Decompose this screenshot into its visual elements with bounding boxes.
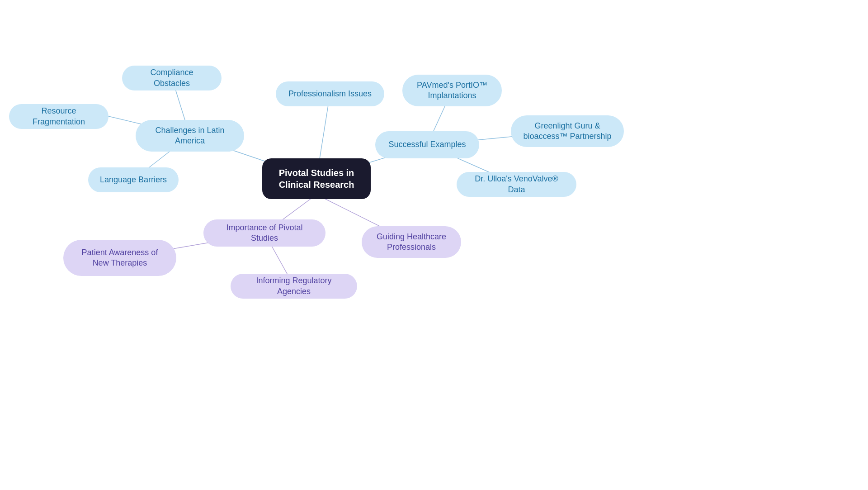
successful-node[interactable]: Successful Examples [375, 131, 479, 158]
guiding-node[interactable]: Guiding Healthcare Professionals [362, 226, 461, 258]
language-label: Language Barriers [100, 175, 167, 185]
pavmed-node[interactable]: PAVmed's PortIO™ Implantations [402, 75, 502, 106]
informing-node[interactable]: Informing Regulatory Agencies [231, 274, 357, 299]
professionalism-node[interactable]: Professionalism Issues [276, 81, 384, 106]
challenges-label: Challenges in Latin America [146, 125, 234, 147]
patient-label: Patient Awareness of New Therapies [73, 247, 166, 269]
importance-node[interactable]: Importance of Pivotal Studies [203, 219, 326, 247]
informing-label: Informing Regulatory Agencies [241, 276, 347, 297]
importance-label: Importance of Pivotal Studies [213, 223, 316, 244]
guiding-label: Guiding Healthcare Professionals [372, 232, 451, 253]
challenges-node[interactable]: Challenges in Latin America [136, 120, 244, 152]
patient-node[interactable]: Patient Awareness of New Therapies [63, 240, 176, 276]
greenlight-label: Greenlight Guru & bioaccess™ Partnership [521, 121, 614, 142]
compliance-label: Compliance Obstacles [132, 67, 212, 89]
successful-label: Successful Examples [388, 139, 466, 150]
center-node: Pivotal Studies in Clinical Research [262, 158, 371, 199]
language-node[interactable]: Language Barriers [88, 167, 179, 192]
ulloa-node[interactable]: Dr. Ulloa's VenoValve® Data [457, 172, 576, 197]
compliance-node[interactable]: Compliance Obstacles [122, 66, 222, 90]
ulloa-label: Dr. Ulloa's VenoValve® Data [467, 174, 566, 195]
center-node-label: Pivotal Studies in Clinical Research [272, 167, 361, 190]
resource-node[interactable]: Resource Fragmentation [9, 104, 108, 129]
greenlight-node[interactable]: Greenlight Guru & bioaccess™ Partnership [511, 115, 624, 147]
professionalism-label: Professionalism Issues [288, 89, 372, 99]
pavmed-label: PAVmed's PortIO™ Implantations [412, 80, 492, 101]
resource-label: Resource Fragmentation [19, 106, 99, 127]
